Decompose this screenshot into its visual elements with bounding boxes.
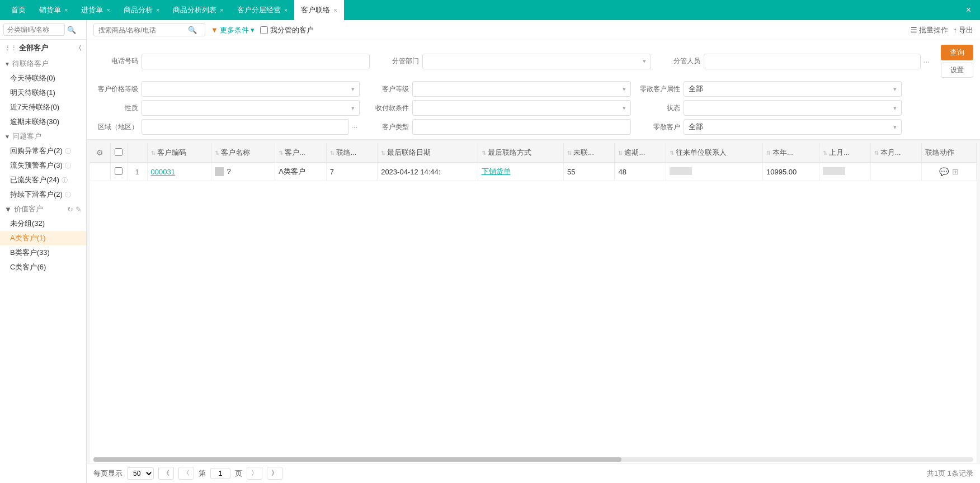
row-checkbox[interactable] (115, 167, 123, 175)
sidebar-search-input[interactable] (3, 23, 65, 36)
sidebar-group-problem[interactable]: ▼ 问题客户 (0, 129, 86, 144)
last-page-button[interactable]: 》 (267, 467, 282, 480)
filter-label-status: 状态 (635, 103, 680, 113)
filter-select-retail-attr[interactable]: 全部 ▾ (684, 81, 902, 97)
nav-home[interactable]: 首页 (4, 0, 32, 20)
sidebar-item-repurchase-abnormal[interactable]: 回购异常客户(2) ⓘ (0, 144, 86, 158)
close-productanalysis-icon[interactable]: × (156, 7, 159, 13)
edit-icon[interactable]: ✎ (76, 205, 82, 214)
sidebar-group-pending[interactable]: ▼ 待联络客户 (0, 56, 86, 71)
filter-select-payment[interactable]: ▾ (412, 100, 630, 116)
filter-select-dept[interactable]: ▾ (422, 54, 651, 69)
sidebar-item-ungroup[interactable]: 未分组(32) (0, 216, 86, 231)
col-this-month[interactable]: ⇅ 本月... (870, 143, 922, 163)
col-last-month[interactable]: ⇅ 上月... (819, 143, 871, 163)
close-productanalysislist-icon[interactable]: × (220, 7, 223, 13)
col-last-method[interactable]: ⇅ 最后联络方式 (478, 143, 563, 163)
filter-field-nature: 性质 ▾ (93, 100, 360, 116)
sidebar-item-class-a[interactable]: A类客户(1) (0, 231, 86, 245)
col-overdue[interactable]: ⇅ 逾期... (615, 143, 666, 163)
close-customercontact-icon[interactable]: × (333, 7, 337, 13)
filter-input-phone[interactable] (142, 54, 370, 69)
nav-item-productanalysislist[interactable]: 商品分析列表 × (166, 0, 230, 20)
content-area: 🔍 ▼ 更多条件 ▾ 我分管的客户 ☰ 批量操作 ↑ 导出 (87, 20, 980, 483)
close-purchaseorder-icon[interactable]: × (106, 7, 110, 13)
filter-select-nature[interactable]: ▾ (142, 100, 360, 116)
filter-select-retail-customer[interactable]: 全部 ▾ (684, 119, 902, 135)
col-type[interactable]: ⇅ 客户... (275, 143, 327, 163)
sidebar-group-value[interactable]: ▼ 价值客户 ↻ ✎ (0, 202, 86, 216)
first-page-button[interactable]: 《 (158, 467, 174, 480)
filter-input-region[interactable] (142, 119, 349, 135)
sidebar-item-class-b[interactable]: B类客户(33) (0, 245, 86, 260)
nav-item-purchaseorder[interactable]: 进货单 × (74, 0, 116, 20)
customer-code-link[interactable]: 000031 (151, 168, 175, 176)
filter-dots-region-icon[interactable]: ··· (349, 122, 360, 131)
nav-item-salesorder[interactable]: 销货单 × (32, 0, 74, 20)
close-salesorder-icon[interactable]: × (64, 7, 68, 13)
chevron-payment-icon: ▾ (623, 105, 626, 112)
row-name-cell: ? (211, 163, 275, 181)
filter-select-customer-grade[interactable]: ▾ (412, 81, 630, 97)
col-last-date[interactable]: ⇅ 最后联络日期 (378, 143, 478, 163)
chat-action-icon[interactable]: 💬 (939, 167, 949, 176)
page-size-select[interactable]: 50 (127, 467, 154, 480)
filter-field-phone: 电话号码 (93, 54, 370, 69)
filter-input-customer-type[interactable] (412, 119, 630, 135)
sidebar-item-lost-warning[interactable]: 流失预警客户(3) ⓘ (0, 158, 86, 173)
select-all-checkbox[interactable] (115, 148, 123, 156)
sidebar-all-customers[interactable]: ⋮⋮ 全部客户 〈 (0, 40, 86, 56)
sidebar-item-declining[interactable]: 持续下滑客户(2) ⓘ (0, 187, 86, 202)
sidebar-item-7days[interactable]: 近7天待联络(0) (0, 100, 86, 115)
filter-icon: ▼ (211, 26, 218, 34)
sidebar-search-icon[interactable]: 🔍 (67, 26, 76, 34)
col-name[interactable]: ⇅ 客户名称 (211, 143, 275, 163)
filter-label-nature: 性质 (93, 103, 138, 113)
row-settings-cell (90, 163, 110, 181)
table-settings-icon[interactable]: ⚙ (96, 148, 103, 157)
filter-select-price-grade[interactable]: ▾ (142, 81, 360, 97)
col-no-contact[interactable]: ⇅ 未联... (563, 143, 615, 163)
window-close-icon[interactable]: × (962, 5, 976, 15)
filter-row-3: 性质 ▾ 收付款条件 ▾ 状态 (93, 100, 973, 116)
filter-search-icon[interactable]: 🔍 (188, 26, 197, 34)
export-button[interactable]: ↑ 导出 (954, 25, 974, 35)
sidebar-item-lost[interactable]: 已流失客户(24) ⓘ (0, 173, 86, 187)
nav-item-productanalysis[interactable]: 商品分析 × (117, 0, 166, 20)
nav-item-customercontact[interactable]: 客户联络 × (294, 0, 343, 20)
col-code[interactable]: ⇅ 客户编码 (147, 143, 211, 163)
page-number-input[interactable] (210, 468, 230, 479)
last-method-link[interactable]: 下销货单 (482, 167, 511, 176)
my-customer-checkbox[interactable] (260, 26, 268, 34)
prev-page-button[interactable]: 〈 (178, 467, 194, 480)
sidebar-item-today[interactable]: 今天待联络(0) (0, 71, 86, 86)
chevron-retail-cust-icon: ▾ (893, 124, 897, 131)
horizontal-scrollbar[interactable] (90, 456, 977, 463)
sidebar-item-overdue[interactable]: 逾期未联络(30) (0, 115, 86, 129)
next-page-button[interactable]: 〉 (247, 467, 262, 480)
triangle-down-icon-3: ▼ (4, 205, 12, 214)
sidebar-item-class-c[interactable]: C类客户(6) (0, 260, 86, 274)
sidebar-collapse-icon[interactable]: 〈 (75, 44, 82, 53)
filter-select-status[interactable]: ▾ (684, 100, 902, 116)
qr-action-icon[interactable]: ⊞ (952, 167, 959, 176)
filter-dots-manager-icon[interactable]: ··· (921, 57, 932, 66)
sidebar-item-tomorrow[interactable]: 明天待联络(1) (0, 86, 86, 100)
query-button[interactable]: 查询 (941, 45, 973, 60)
col-contact[interactable]: ⇅ 联络... (326, 143, 378, 163)
col-unit-contact[interactable]: ⇅ 往来单位联系人 (666, 143, 763, 163)
filter-field-payment: 收付款条件 ▾ (364, 100, 630, 116)
close-customersegment-icon[interactable]: × (284, 7, 288, 13)
more-filter-btn[interactable]: ▼ 更多条件 ▾ (211, 25, 255, 35)
filter-label-customer-type: 客户类型 (364, 122, 409, 132)
my-customer-checkbox-label[interactable]: 我分管的客户 (260, 25, 314, 35)
settings-button[interactable]: 设置 (941, 63, 973, 78)
batch-op-button[interactable]: ☰ 批量操作 (911, 25, 948, 35)
nav-item-customersegment[interactable]: 客户分层经营 × (230, 0, 294, 20)
chevron-pgrade-icon: ▾ (351, 86, 355, 93)
scrollbar-thumb[interactable] (93, 457, 621, 462)
col-this-year[interactable]: ⇅ 本年... (762, 143, 819, 163)
filter-input-manager[interactable] (704, 54, 921, 69)
filter-search-input[interactable] (98, 26, 188, 34)
refresh-icon[interactable]: ↻ (67, 205, 73, 214)
